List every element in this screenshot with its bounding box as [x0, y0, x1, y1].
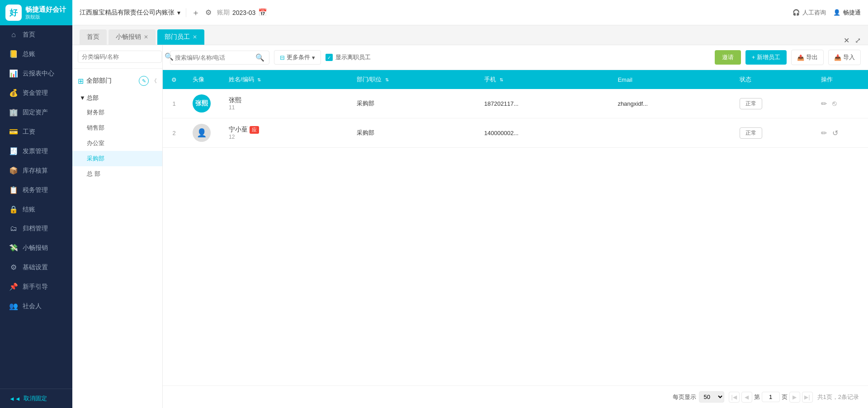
- dept-collapse-icon[interactable]: 《: [151, 77, 157, 85]
- sidebar-item-invoice[interactable]: 🧾 发票管理: [0, 141, 72, 161]
- filter-dropdown-icon: ▾: [312, 54, 315, 61]
- add-account-button[interactable]: ＋: [192, 7, 200, 18]
- sidebar-item-assets[interactable]: 🏢 固定资产: [0, 103, 72, 122]
- expense-icon: 💸: [9, 244, 18, 252]
- edit-icon-1[interactable]: ✏: [821, 99, 827, 108]
- filter-button[interactable]: ⊟ 更多条件 ▾: [274, 50, 321, 65]
- employee-search-input[interactable]: [175, 54, 253, 61]
- sidebar-item-closing[interactable]: 🔒 结账: [0, 200, 72, 219]
- all-dept-header[interactable]: ⊞ 全部部门 ✎ 《: [72, 72, 162, 89]
- all-dept-header-left: ⊞ 全部部门: [78, 77, 112, 85]
- dept-zong[interactable]: 总 部: [72, 166, 162, 182]
- sidebar-label-ledger: 总账: [23, 50, 35, 58]
- sidebar-pin-button[interactable]: ◄◄ 取消固定: [0, 389, 72, 408]
- user-name: 畅捷通: [843, 9, 861, 17]
- tab-home-label: 首页: [87, 33, 99, 41]
- dept-caiwu[interactable]: 财务部: [72, 105, 162, 120]
- col-phone[interactable]: 手机 ⇅: [477, 70, 610, 89]
- invite-button[interactable]: 邀请: [715, 50, 741, 65]
- col-dept-position[interactable]: 部门/职位 ⇅: [349, 70, 477, 89]
- tab-expense-close[interactable]: ✕: [144, 34, 148, 40]
- tab-home[interactable]: 首页: [80, 29, 107, 45]
- import-button[interactable]: 📥 导入: [828, 50, 861, 65]
- dept-search-bar: 🔍: [72, 45, 162, 69]
- dept-bangong-label: 办公室: [87, 140, 104, 146]
- ledger-icon: 📒: [9, 50, 18, 58]
- logout-icon-1[interactable]: ⎋: [832, 99, 837, 108]
- logo-icon: 好: [5, 5, 22, 21]
- refresh-icon-2[interactable]: ↺: [832, 129, 838, 137]
- row-actions-1: ✏ ⎋: [814, 89, 868, 118]
- sidebar-label-expense: 小畅报销: [23, 244, 48, 252]
- pagination: 每页显示 10 20 50 100 |◀ ◀ 第 页 ▶ ▶|: [163, 385, 868, 408]
- col-name-code[interactable]: 姓名/编码 ⇅: [222, 70, 349, 89]
- tab-close-all-icon[interactable]: ✕: [844, 36, 849, 45]
- sidebar-item-archive[interactable]: 🗂 归档管理: [0, 219, 72, 238]
- tab-department[interactable]: 部门员工 ✕: [157, 29, 204, 45]
- row-num-1: 1: [163, 89, 185, 118]
- tab-department-close[interactable]: ✕: [193, 34, 197, 40]
- dept-zongbu[interactable]: ▼ 总部: [72, 91, 162, 105]
- tab-expense-label: 小畅报销: [116, 33, 141, 41]
- search-icon[interactable]: 🔍: [255, 53, 264, 62]
- next-page-button[interactable]: ▶: [789, 392, 800, 403]
- edit-icon-2[interactable]: ✏: [821, 129, 827, 137]
- page-label: 第: [754, 393, 760, 401]
- topbar-settings-icon[interactable]: ⚙: [205, 8, 212, 17]
- last-page-button[interactable]: ▶|: [802, 392, 813, 403]
- import-icon: 📥: [834, 54, 841, 61]
- show-resigned-checkbox[interactable]: ✓ 显示离职员工: [326, 53, 371, 61]
- first-page-button[interactable]: |◀: [729, 392, 740, 403]
- row-num-2: 2: [163, 118, 185, 148]
- service-button[interactable]: 🎧 人工咨询: [793, 9, 826, 17]
- tab-department-label: 部门员工: [165, 33, 190, 41]
- sidebar-item-expense[interactable]: 💸 小畅报销: [0, 238, 72, 258]
- pagination-total: 共1页，2条记录: [817, 393, 859, 401]
- col-settings[interactable]: ⚙: [163, 70, 185, 89]
- sidebar-label-salary: 工资: [23, 128, 35, 136]
- dept-bangong[interactable]: 办公室: [72, 136, 162, 151]
- all-dept-label: 全部部门: [86, 77, 112, 85]
- sidebar-item-reports[interactable]: 📊 云报表中心: [0, 64, 72, 83]
- dept-group-zongbu: ▼ 总部 财务部 销售部 办公室 采购部: [72, 89, 162, 183]
- employee-search-bar: 🔍: [170, 51, 269, 65]
- sidebar-logo[interactable]: 好 畅捷通好会计 旗舰版: [0, 0, 72, 25]
- tab-expense[interactable]: 小畅报销 ✕: [108, 29, 156, 45]
- sidebar-item-inventory[interactable]: 📦 库存核算: [0, 161, 72, 180]
- export-icon: 📤: [797, 54, 804, 61]
- employee-name-1: 张熙: [229, 96, 342, 104]
- dept-xiaoshou[interactable]: 销售部: [72, 120, 162, 136]
- row-status-2: 正常: [732, 118, 814, 148]
- dept-edit-icon[interactable]: ✎: [139, 76, 149, 86]
- tab-expand-icon[interactable]: ⤢: [855, 36, 861, 45]
- prev-page-button[interactable]: ◀: [741, 392, 752, 403]
- company-selector[interactable]: 江西服宝精品有限责任公司内账张 ▾: [80, 9, 180, 17]
- sidebar-item-salary[interactable]: 💳 工资: [0, 122, 72, 141]
- page-input[interactable]: [762, 392, 780, 402]
- col-email: Email: [610, 70, 732, 89]
- add-employee-button[interactable]: + 新增员工: [745, 50, 787, 65]
- sidebar: 好 畅捷通好会计 旗舰版 ⌂ 首页 📒 总账 📊 云报表中心 💰 资金管理 🏢 …: [0, 0, 72, 408]
- row-email-2: [610, 118, 732, 148]
- sidebar-label-assets: 固定资产: [23, 108, 48, 117]
- sidebar-item-tax[interactable]: 📋 税务管理: [0, 180, 72, 200]
- company-name: 江西服宝精品有限责任公司内账张: [80, 9, 175, 17]
- dept-caigou[interactable]: 采购部: [72, 151, 162, 166]
- sidebar-item-home[interactable]: ⌂ 首页: [0, 25, 72, 44]
- action-icons-2: ✏ ↺: [821, 129, 861, 137]
- per-page-select[interactable]: 10 20 50 100: [699, 391, 724, 403]
- pagination-nav: |◀ ◀ 第 页 ▶ ▶|: [729, 392, 813, 403]
- sidebar-item-guide[interactable]: 📌 新手引导: [0, 277, 72, 296]
- user-menu[interactable]: 👤 畅捷通: [833, 9, 861, 17]
- sidebar-item-partner[interactable]: 👥 社会人: [0, 296, 72, 316]
- sidebar-nav: ⌂ 首页 📒 总账 📊 云报表中心 💰 资金管理 🏢 固定资产 💳 工资 🧾 发…: [0, 25, 72, 389]
- sidebar-item-settings[interactable]: ⚙ 基础设置: [0, 258, 72, 277]
- export-button[interactable]: 📤 导出: [791, 50, 824, 65]
- name-row-2: 宁小葟 应: [229, 126, 342, 134]
- toolbar-right: 邀请 + 新增员工 📤 导出 📥 导入: [715, 50, 861, 65]
- sidebar-item-funds[interactable]: 💰 资金管理: [0, 83, 72, 103]
- sidebar-item-ledger[interactable]: 📒 总账: [0, 44, 72, 64]
- sidebar-label-funds: 资金管理: [23, 89, 48, 97]
- calendar-icon[interactable]: 📅: [258, 8, 267, 17]
- dept-search-input[interactable]: [78, 51, 162, 63]
